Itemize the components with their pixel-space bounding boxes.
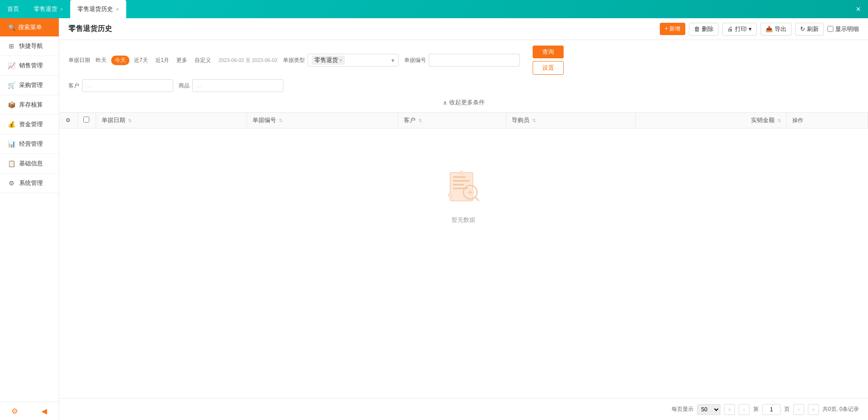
customer-column-header: 客户 ⇅ — [398, 113, 506, 128]
set-button[interactable]: 设置 — [533, 61, 564, 75]
show-detail-checkbox[interactable] — [827, 26, 833, 32]
tab-home[interactable]: 首页 — [0, 0, 26, 18]
per-page-select[interactable]: 50 10 20 100 — [697, 404, 720, 415]
export-icon: 📤 — [765, 26, 773, 32]
last-page-button[interactable]: » — [808, 404, 819, 415]
last7days-button[interactable]: 近7天 — [131, 56, 151, 65]
print-dropdown-icon: ▾ — [749, 26, 752, 32]
goods-input-container[interactable]: … — [192, 79, 283, 92]
delete-icon: 🗑 — [694, 26, 700, 32]
query-actions: 查询 设置 — [533, 46, 564, 75]
sidebar-label-finance: 资金管理 — [19, 120, 43, 128]
yesterday-button[interactable]: 昨天 — [93, 56, 109, 65]
sidebar-icon-finance: 💰 — [7, 120, 15, 128]
page-input[interactable] — [762, 404, 781, 415]
sidebar-item-system[interactable]: ⚙ 系统管理 — [0, 174, 59, 193]
page-title: 零售退货历史 — [68, 24, 112, 34]
guide-sort-icon[interactable]: ⇅ — [532, 118, 536, 123]
date-sort-icon[interactable]: ⇅ — [128, 118, 132, 123]
total-info: 共0页, 0条记录 — [822, 405, 859, 413]
tab-label-home: 首页 — [7, 5, 19, 13]
number-sort-icon[interactable]: ⇅ — [279, 118, 282, 123]
refresh-icon: ↻ — [800, 26, 805, 32]
voucher-filter-label: 单据编号 — [404, 56, 426, 64]
sidebar-collapse-button[interactable]: ◀ — [35, 402, 53, 420]
customer-sort-icon[interactable]: ⇅ — [418, 118, 422, 123]
print-button[interactable]: 🖨 打印 ▾ — [722, 23, 757, 36]
type-filter-label: 单据类型 — [283, 56, 305, 64]
sidebar-item-purchase[interactable]: 🛒 采购管理 — [0, 76, 59, 95]
number-column-header: 单据编号 ⇅ — [247, 113, 398, 128]
svg-rect-2 — [453, 180, 470, 181]
search-icon: 🔍 — [8, 24, 15, 31]
tab-return[interactable]: 零售退货× — [26, 0, 70, 18]
sidebar-item-sales[interactable]: 📈 销售管理 — [0, 56, 59, 76]
sidebar-search-label: 搜索菜单 — [18, 23, 42, 31]
tab-close-return[interactable]: × — [60, 6, 63, 12]
custom-date-button[interactable]: 自定义 — [192, 56, 214, 65]
select-all-checkbox[interactable] — [83, 117, 89, 123]
data-table: ⚙ 单据日期 ⇅ 单据编号 ⇅ 客户 — [59, 113, 868, 261]
collapse-button[interactable]: ∧ 收起更多条件 — [68, 97, 859, 108]
date-filter-label: 单据日期 — [68, 56, 90, 64]
amount-column-header: 实销金额 ⇅ — [636, 113, 787, 128]
type-dropdown-icon[interactable]: ▾ — [391, 57, 395, 64]
today-button[interactable]: 今天 — [111, 56, 129, 65]
window-close-button[interactable]: × — [848, 5, 868, 14]
first-page-button[interactable]: « — [724, 404, 735, 415]
settings-column-header[interactable]: ⚙ — [59, 113, 77, 128]
delete-button[interactable]: 🗑 删除 — [689, 23, 719, 36]
add-button[interactable]: + 新增 — [660, 23, 685, 35]
table-container: ⚙ 单据日期 ⇅ 单据编号 ⇅ 客户 — [59, 113, 868, 398]
sidebar-search[interactable]: 🔍 搜索菜单 — [0, 18, 59, 36]
goods-placeholder: … — [196, 82, 202, 89]
more-date-button[interactable]: 更多 — [174, 56, 190, 65]
sidebar-label-basic-info: 基础信息 — [19, 159, 43, 168]
sidebar-settings-button[interactable]: ⚙ — [5, 402, 24, 420]
prev-page-button[interactable]: ‹ — [739, 404, 750, 415]
sidebar-label-purchase: 采购管理 — [19, 81, 43, 89]
customer-input-container[interactable]: … — [82, 79, 173, 92]
date-column-header: 单据日期 ⇅ — [96, 113, 247, 128]
page-suffix: 页 — [784, 405, 790, 413]
sidebar-item-inventory[interactable]: 📦 库存核算 — [0, 95, 59, 115]
sidebar-item-quick-nav[interactable]: ⊞ 快捷导航 — [0, 36, 59, 56]
next-page-button[interactable]: › — [793, 404, 804, 415]
last-month-button[interactable]: 近1月 — [153, 56, 172, 65]
pagination-bar: 每页显示 50 10 20 100 « ‹ 第 页 › » 共0页, 0条记录 — [59, 398, 868, 420]
type-filter: 单据类型 零售退货 × ▾ — [283, 54, 399, 67]
top-bar: 首页零售退货×零售退货历史× × — [0, 0, 868, 18]
sidebar-nav: ⊞ 快捷导航 📈 销售管理 🛒 采购管理 📦 库存核算 💰 资金管理 📊 经营管… — [0, 36, 59, 402]
tab-close-return-history[interactable]: × — [116, 6, 118, 12]
empty-state-row: 暂无数据 — [59, 128, 868, 261]
svg-point-11 — [448, 194, 452, 197]
export-button[interactable]: 📤 导出 — [760, 23, 791, 36]
show-detail-label[interactable]: 显示明细 — [827, 25, 859, 33]
type-tag: 零售退货 × — [312, 56, 345, 65]
collapse-label: 收起更多条件 — [449, 98, 485, 107]
sidebar-icon-sales: 📈 — [7, 61, 15, 70]
tab-label-return: 零售退货 — [34, 5, 57, 13]
page-prefix: 第 — [753, 405, 759, 413]
sidebar-icon-quick-nav: ⊞ — [7, 42, 15, 50]
svg-line-9 — [475, 197, 478, 200]
voucher-input[interactable] — [429, 54, 520, 67]
type-tag-close[interactable]: × — [339, 58, 342, 63]
refresh-button[interactable]: ↻ 刷新 — [795, 23, 824, 36]
sidebar-label-quick-nav: 快捷导航 — [19, 42, 43, 50]
tab-return-history[interactable]: 零售退货历史× — [70, 0, 126, 18]
query-button[interactable]: 查询 — [533, 46, 564, 58]
sidebar-icon-inventory: 📦 — [7, 101, 15, 109]
amount-sort-icon[interactable]: ⇅ — [777, 118, 781, 123]
sidebar-label-system: 系统管理 — [19, 179, 43, 187]
filter-area: 单据日期 昨天 今天 近7天 近1月 更多 自定义 2023-06-02 至 2… — [59, 40, 868, 113]
sidebar-icon-purchase: 🛒 — [7, 81, 15, 89]
customer-filter-label: 客户 — [68, 82, 79, 90]
sidebar-label-sales: 销售管理 — [19, 61, 43, 70]
sidebar-item-operations[interactable]: 📊 经营管理 — [0, 134, 59, 154]
sidebar-item-basic-info[interactable]: 📋 基础信息 — [0, 154, 59, 174]
goods-filter-label: 商品 — [179, 82, 190, 90]
voucher-filter: 单据编号 — [404, 54, 520, 67]
type-tag-container[interactable]: 零售退货 × ▾ — [308, 54, 399, 67]
sidebar-item-finance[interactable]: 💰 资金管理 — [0, 115, 59, 134]
